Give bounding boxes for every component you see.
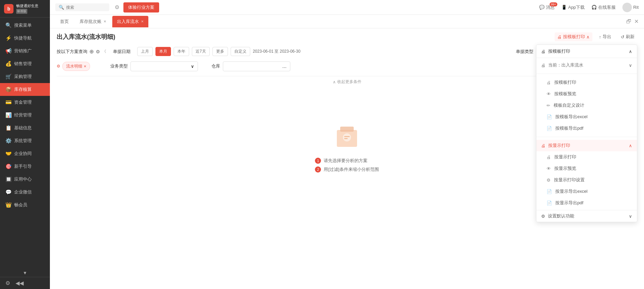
sidebar-item-inventory[interactable]: 📦 库存核算 <box>0 83 50 96</box>
export-btn[interactable]: ↑ 导出 <box>596 32 614 41</box>
tab-inout[interactable]: 出入库流水 ✕ <box>112 16 148 27</box>
display-preview-item[interactable]: 👁 按显示预览 <box>536 163 637 174</box>
sidebar-item-purchase[interactable]: 🛒 采购管理 <box>0 70 50 83</box>
tab-home[interactable]: 首页 <box>55 16 74 27</box>
message-btn[interactable]: 💬 消息 99+ <box>539 4 555 10</box>
search-icon: 🔍 <box>5 22 11 28</box>
display-pdf-item[interactable]: 📄 按显示导出pdf <box>536 197 637 209</box>
online-service-btn[interactable]: 🎧 在线客服 <box>591 4 616 10</box>
tab-batch-label: 库存批次账 <box>80 19 101 25</box>
date-more[interactable]: 更多 <box>212 47 228 56</box>
display-print-label: 按显示打印 <box>554 154 576 160</box>
sidebar-scroll-down[interactable]: ▼ <box>0 269 50 277</box>
search-box[interactable]: 🔍 <box>55 3 109 11</box>
settings-icon[interactable]: ⚙ <box>5 280 10 286</box>
tab-batch[interactable]: 库存批次账 ✕ <box>75 16 111 27</box>
tab-batch-close[interactable]: ✕ <box>104 20 106 23</box>
sidebar-item-label: 畅会员 <box>14 202 27 208</box>
sidebar-item-guide[interactable]: 🎯 新手引导 <box>0 160 50 173</box>
sidebar-item-label: 基础信息 <box>14 125 32 131</box>
print-label: 按模板打印 <box>563 34 585 40</box>
message-badge: 99+ <box>550 2 557 6</box>
dropdown-current-item[interactable]: 🖨 当前：出入库流水 ∨ <box>536 59 637 71</box>
step-2-num: 2 <box>315 166 321 173</box>
brand-name: 畅捷通好生意 <box>16 3 38 8</box>
divider-2 <box>536 137 637 137</box>
template-preview-icon: 👁 <box>547 91 551 97</box>
display-settings-item[interactable]: ⚙ 按显示打印设置 <box>536 174 637 186</box>
date-last-month[interactable]: 上月 <box>137 47 153 56</box>
filter-tag[interactable]: 流水明细 ✕ <box>62 62 90 71</box>
app-download-icon: 📱 <box>561 5 567 10</box>
display-preview-icon: 👁 <box>547 166 551 171</box>
display-excel-label: 按显示导出excel <box>555 188 587 194</box>
sidebar-item-member[interactable]: 👑 畅会员 <box>0 199 50 211</box>
tab-inout-close[interactable]: ✕ <box>141 20 144 23</box>
date-label: 单据日期 <box>113 49 130 55</box>
template-design-item[interactable]: ✏ 模板自定义设计 <box>536 100 637 111</box>
app-download-btn[interactable]: 📱 App下载 <box>561 4 585 10</box>
sidebar-item-quicknav[interactable]: ⚡ 快捷导航 <box>0 32 50 45</box>
dropdown-print-icon: 🖨 <box>541 49 546 54</box>
dropdown-footer[interactable]: ⚙ 设置默认功能 ∨ <box>536 210 637 222</box>
biz-type-select[interactable]: ∨ <box>130 61 198 71</box>
sidebar-item-system[interactable]: ⚙️ 系统管理 <box>0 134 50 147</box>
display-preview-label: 按显示预览 <box>554 165 576 172</box>
edition-badge: 标准版 <box>16 9 27 14</box>
type-label: 单据类型 <box>516 49 533 55</box>
sidebar-item-label: 资金管理 <box>14 99 32 105</box>
refresh-label: 刷新 <box>626 34 635 40</box>
empty-step-2: 2 用[过滤]条件来缩小分析范围 <box>315 166 379 173</box>
template-print-item[interactable]: 🖨 按模板打印 <box>536 77 637 88</box>
sidebar: b 畅捷通好生意 标准版 🔍 搜索菜单 ⚡ 快捷导航 📢 营销推广 💰 销售管理… <box>0 0 50 289</box>
display-excel-item[interactable]: 📄 按显示导出excel <box>536 186 637 197</box>
filter-gear-btn[interactable]: ⚙ <box>96 49 100 54</box>
sidebar-item-finance[interactable]: 💳 资金管理 <box>0 96 50 109</box>
tag-label: 流水明细 <box>66 63 82 69</box>
filter-add-btn[interactable]: ⊕ <box>89 48 94 55</box>
sidebar-item-search[interactable]: 🔍 搜索菜单 <box>0 19 50 32</box>
sidebar-item-label: 经营管理 <box>14 112 32 118</box>
date-this-year[interactable]: 本年 <box>174 47 189 56</box>
sidebar-item-enterprise[interactable]: 🤝 企业协同 <box>0 147 50 160</box>
app-download-label: App下载 <box>568 4 585 10</box>
tag-remove-icon[interactable]: ✕ <box>84 64 86 68</box>
warehouse-more-icon[interactable]: … <box>282 64 287 69</box>
sidebar-item-label: 销售管理 <box>14 61 32 67</box>
sidebar-item-label: 快捷导航 <box>14 35 32 41</box>
collapse-sidebar-icon[interactable]: ◀◀ <box>16 280 24 286</box>
sidebar-item-basic[interactable]: 📋 基础信息 <box>0 122 50 134</box>
tab-close-all-icon[interactable]: ✕ <box>634 18 639 25</box>
date-custom[interactable]: 自定义 <box>231 47 250 56</box>
date-7days[interactable]: 近7天 <box>192 47 210 56</box>
warehouse-select[interactable]: … <box>223 61 290 71</box>
template-excel-item[interactable]: 📄 按模板导出excel <box>536 111 637 123</box>
display-print-item[interactable]: 🖨 按显示打印 <box>536 151 637 163</box>
page-title: 出入库流水(流水明细) <box>57 33 115 41</box>
footer-icon: ⚙ <box>541 214 545 219</box>
date-this-month[interactable]: 本月 <box>155 47 171 56</box>
template-preview-item[interactable]: 👁 按模板预览 <box>536 88 637 100</box>
search-input[interactable] <box>66 5 100 10</box>
basic-icon: 📋 <box>5 125 11 131</box>
empty-step-1: 1 请先选择要分析的方案 <box>315 158 379 164</box>
filter-collapse-btn[interactable]: 《 <box>102 49 106 54</box>
topbar-settings-icon[interactable]: ⚙ <box>115 4 119 10</box>
chevron-up-icon: ∧ <box>333 80 336 84</box>
sidebar-item-appcenter[interactable]: 🔲 应用中心 <box>0 173 50 186</box>
tab-restore-icon[interactable]: 🗗 <box>626 19 632 25</box>
dropdown-collapse-icon[interactable]: ∧ <box>629 49 632 54</box>
template-pdf-icon: 📄 <box>547 126 552 131</box>
display-pdf-label: 按显示导出pdf <box>555 200 583 206</box>
page-content: 出入库流水(流水明细) 🖨 按模板打印 ∧ ↑ 导出 ↺ 刷新 <box>50 28 644 289</box>
sidebar-item-operation[interactable]: 📊 经营管理 <box>0 109 50 122</box>
industry-btn[interactable]: 体验行业方案 <box>123 2 159 12</box>
user-profile[interactable]: Rit <box>622 3 639 12</box>
template-pdf-item[interactable]: 📄 按模板导出pdf <box>536 123 637 134</box>
sidebar-item-wechat[interactable]: 💬 企业微信 <box>0 186 50 199</box>
sidebar-item-marketing[interactable]: 📢 营销推广 <box>0 45 50 57</box>
print-template-btn[interactable]: 🖨 按模板打印 ∧ <box>555 32 592 41</box>
sidebar-item-sales[interactable]: 💰 销售管理 <box>0 57 50 70</box>
refresh-btn[interactable]: ↺ 刷新 <box>618 32 637 41</box>
display-section-header[interactable]: 🖨 按显示打印 ∧ <box>536 140 637 151</box>
